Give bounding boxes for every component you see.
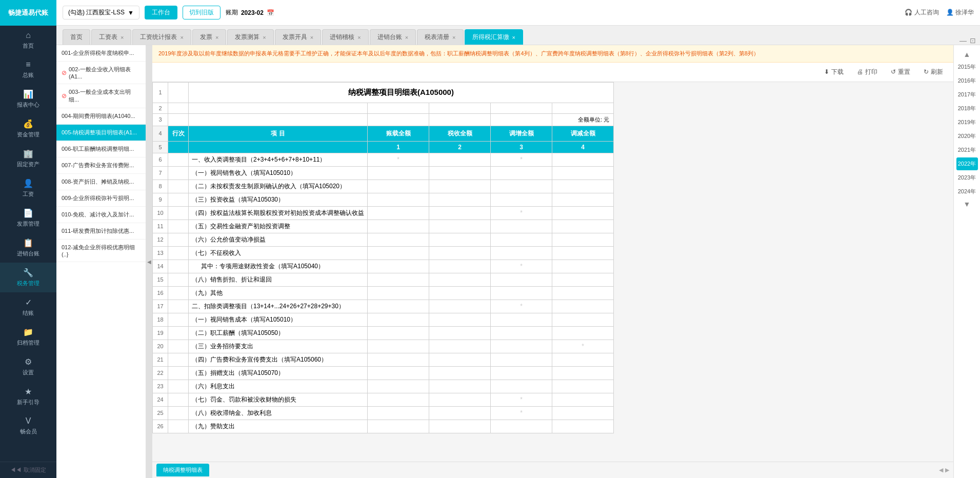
cell-d-20[interactable] [429,420,491,433]
cell-f-0[interactable] [552,153,614,166]
print-button[interactable]: 🖨 打印 [853,66,882,78]
cell-e-7[interactable] [491,246,552,260]
tab-invoice-calc-close[interactable]: × [263,34,266,41]
cell-e-9[interactable] [491,273,552,286]
cell-c-0[interactable]: * [368,153,429,166]
cell-f-14[interactable]: * [552,340,614,353]
year-2024[interactable]: 2024年 [956,185,978,198]
cell-e-6[interactable] [491,233,552,246]
cell-d-6[interactable] [429,233,491,246]
cell-d-3[interactable] [429,193,491,206]
cell-d-2[interactable] [429,180,491,193]
cell-c-14[interactable] [368,340,429,353]
left-item-10[interactable]: 011-研发费用加计扣除优惠... [56,223,146,240]
cell-e-13[interactable] [491,326,552,340]
cell-e-17[interactable] [491,380,552,393]
cell-f-8[interactable] [552,260,614,273]
cell-c-10[interactable] [368,286,429,300]
user-avatar[interactable]: 👤 徐泽华 [946,8,974,17]
tab-payroll-stats-close[interactable]: × [180,34,183,41]
left-item-8[interactable]: 009-企业所得税弥补亏损明... [56,190,146,207]
left-item-6[interactable]: 007-广告费和业务宣传费附... [56,157,146,174]
calendar-icon[interactable]: 📅 [267,9,274,16]
tab-invoice-close[interactable]: × [215,34,218,41]
sidebar-item-assets[interactable]: 🏢 固定资产 [0,144,56,173]
sidebar-item-home[interactable]: ⌂ 首页 [0,26,56,55]
cell-e-5[interactable] [491,220,552,233]
sidebar-item-finance[interactable]: 💰 资金管理 [0,114,56,144]
cell-d-5[interactable] [429,220,491,233]
cell-e-4[interactable]: * [491,206,552,220]
panel-collapse-btn[interactable]: ◀ [146,45,152,478]
cell-e-16[interactable] [491,366,552,380]
year-2022[interactable]: 2022年 [956,157,978,170]
tab-purchase-check[interactable]: 进销稽核 × [322,29,368,45]
cell-c-11[interactable] [368,300,429,313]
year-2015[interactable]: 2015年 [956,61,978,73]
left-item-5[interactable]: 006-职工薪酬纳税调整明细... [56,141,146,157]
left-item-7[interactable]: 008-资产折旧、摊销及纳税... [56,174,146,190]
reset-button[interactable]: ↺ 重置 [887,66,914,78]
refresh-button[interactable]: ↻ 刷新 [919,66,947,78]
sidebar-item-payroll[interactable]: 👤 工资 [0,173,56,203]
year-nav-down[interactable]: ▼ [959,199,975,209]
cell-f-6[interactable] [552,233,614,246]
year-2021[interactable]: 2021年 [956,144,978,156]
cell-e-18[interactable]: * [491,393,552,406]
year-2017[interactable]: 2017年 [956,88,978,101]
tab-maximize[interactable]: ⊡ [970,36,976,45]
cell-d-16[interactable] [429,366,491,380]
cell-e-10[interactable] [491,286,552,300]
year-2020[interactable]: 2020年 [956,130,978,143]
year-nav-up[interactable]: ▲ [959,49,975,59]
cell-e-20[interactable] [491,420,552,433]
scroll-right-icon[interactable]: ▶ [945,467,949,473]
cell-c-17[interactable] [368,380,429,393]
year-2019[interactable]: 2019年 [956,116,978,129]
sidebar-item-ledger[interactable]: ≡ 总账 [0,55,56,84]
cell-c-15[interactable] [368,353,429,366]
cell-d-10[interactable] [429,286,491,300]
cell-f-18[interactable] [552,393,614,406]
sidebar-unpin[interactable]: ◀◀ 取消固定 [0,462,56,478]
cell-e-8[interactable]: * [491,260,552,273]
company-selector[interactable]: (勾选) 江西股宝-LSS ▼ [63,6,139,19]
cell-f-5[interactable] [552,220,614,233]
cell-c-7[interactable] [368,246,429,260]
cell-e-0[interactable]: * [491,153,552,166]
workspace-button[interactable]: 工作台 [145,6,177,19]
cell-e-14[interactable] [491,340,552,353]
cell-f-20[interactable] [552,420,614,433]
cell-f-4[interactable] [552,206,614,220]
year-2018[interactable]: 2018年 [956,102,978,115]
cell-d-14[interactable] [429,340,491,353]
tab-payroll[interactable]: 工资表 × [91,29,131,45]
cell-f-9[interactable] [552,273,614,286]
cell-f-10[interactable] [552,286,614,300]
tab-income-tax-close[interactable]: × [512,34,515,41]
cell-c-4[interactable] [368,206,429,220]
sidebar-item-guide[interactable]: ★ 新手引导 [0,382,56,411]
tab-invoice-issue-close[interactable]: × [310,34,313,41]
tab-payroll-close[interactable]: × [121,34,124,41]
cell-e-19[interactable]: * [491,406,552,420]
cell-d-0[interactable] [429,153,491,166]
cell-c-18[interactable] [368,393,429,406]
bottom-tab-0[interactable]: 纳税调整明细表 [156,464,209,476]
year-2016[interactable]: 2016年 [956,74,978,87]
cell-e-12[interactable] [491,313,552,326]
cell-d-11[interactable] [429,300,491,313]
cell-e-1[interactable] [491,166,552,180]
cell-c-3[interactable] [368,193,429,206]
cell-d-1[interactable] [429,166,491,180]
cell-c-5[interactable] [368,220,429,233]
cell-f-15[interactable] [552,353,614,366]
cell-d-4[interactable] [429,206,491,220]
left-item-11[interactable]: 012-减免企业所得税优惠明细(..} [56,240,146,262]
cell-e-3[interactable] [491,193,552,206]
tab-purchase-check-close[interactable]: × [357,34,361,41]
cell-d-18[interactable] [429,393,491,406]
cell-c-16[interactable] [368,366,429,380]
tab-income-tax[interactable]: 所得税汇算缴 × [465,29,523,45]
cell-d-19[interactable] [429,406,491,420]
